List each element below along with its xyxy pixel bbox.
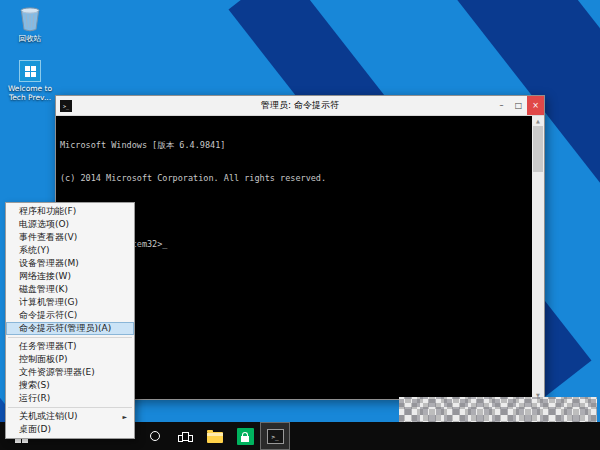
caption-buttons: – □ × xyxy=(493,96,544,115)
recycle-bin-icon xyxy=(18,6,42,32)
store-icon xyxy=(237,428,254,445)
welcome-tile-icon xyxy=(19,60,41,82)
menu-item-event-viewer[interactable]: 事件查看器(V) xyxy=(6,231,134,244)
task-view-icon xyxy=(182,432,189,441)
menu-item-disk-management[interactable]: 磁盘管理(K) xyxy=(6,283,134,296)
desktop-icon-label: 回收站 xyxy=(19,34,42,43)
cmd-window-icon: >_ xyxy=(60,100,72,112)
command-prompt-taskbar-button[interactable]: >_ xyxy=(260,422,290,450)
menu-item-power-options[interactable]: 电源选项(O) xyxy=(6,218,134,231)
menu-item-system[interactable]: 系统(Y) xyxy=(6,244,134,257)
menu-item-control-panel[interactable]: 控制面板(P) xyxy=(6,353,134,366)
task-view-button[interactable] xyxy=(170,422,200,450)
close-button[interactable]: × xyxy=(527,96,544,115)
pixelated-watermark xyxy=(399,397,597,424)
scrollbar-thumb[interactable] xyxy=(533,126,543,172)
menu-item-run[interactable]: 运行(R) xyxy=(6,392,134,405)
desktop-icon-welcome[interactable]: Welcome to Tech Prev... xyxy=(2,60,58,102)
minimize-button[interactable]: – xyxy=(493,96,510,115)
maximize-button[interactable]: □ xyxy=(510,96,527,115)
submenu-arrow-icon: ► xyxy=(122,413,127,420)
scroll-up-icon[interactable]: ▲ xyxy=(532,116,544,125)
titlebar[interactable]: >_ 管理员: 命令提示符 – □ × xyxy=(56,96,544,116)
menu-item-desktop[interactable]: 桌面(D) xyxy=(6,423,134,436)
folder-icon xyxy=(207,432,223,443)
winx-menu: 程序和功能(F) 电源选项(O) 事件查看器(V) 系统(Y) 设备管理器(M)… xyxy=(5,202,135,439)
menu-item-search[interactable]: 搜索(S) xyxy=(6,379,134,392)
store-button[interactable] xyxy=(230,422,260,450)
console-line: Microsoft Windows [版本 6.4.9841] xyxy=(60,140,528,151)
menu-item-command-prompt-admin[interactable]: 命令提示符(管理员)(A) xyxy=(6,322,134,335)
desktop[interactable]: 回收站 Welcome to Tech Prev... >_ 管理员: 命令提示… xyxy=(0,0,600,450)
console-line: (c) 2014 Microsoft Corporation. All righ… xyxy=(60,173,528,184)
menu-item-network-connections[interactable]: 网络连接(W) xyxy=(6,270,134,283)
menu-item-task-manager[interactable]: 任务管理器(T) xyxy=(6,340,134,353)
file-explorer-button[interactable] xyxy=(200,422,230,450)
menu-item-file-explorer[interactable]: 文件资源管理器(E) xyxy=(6,366,134,379)
window-title: 管理员: 命令提示符 xyxy=(56,99,544,112)
search-icon xyxy=(150,431,160,441)
menu-separator xyxy=(8,337,132,338)
menu-item-command-prompt[interactable]: 命令提示符(C) xyxy=(6,309,134,322)
menu-item-computer-management[interactable]: 计算机管理(G) xyxy=(6,296,134,309)
text-cursor: _ xyxy=(162,239,167,249)
scrollbar[interactable]: ▲ ▼ xyxy=(532,116,544,399)
menu-item-programs-and-features[interactable]: 程序和功能(F) xyxy=(6,205,134,218)
menu-item-label: 关机或注销(U) xyxy=(19,410,78,423)
desktop-icon-recycle-bin[interactable]: 回收站 xyxy=(2,6,58,43)
windows-logo-icon xyxy=(25,66,36,77)
desktop-icon-label: Welcome to Tech Prev... xyxy=(3,84,57,102)
command-prompt-icon: >_ xyxy=(267,429,284,444)
menu-item-shutdown-signout[interactable]: 关机或注销(U) ► xyxy=(6,410,134,423)
taskbar-icons: >_ xyxy=(140,422,290,450)
menu-item-device-manager[interactable]: 设备管理器(M) xyxy=(6,257,134,270)
scrollbar-track[interactable] xyxy=(532,125,544,390)
menu-separator xyxy=(8,407,132,408)
search-button[interactable] xyxy=(140,422,170,450)
shopping-bag-icon xyxy=(241,436,249,442)
